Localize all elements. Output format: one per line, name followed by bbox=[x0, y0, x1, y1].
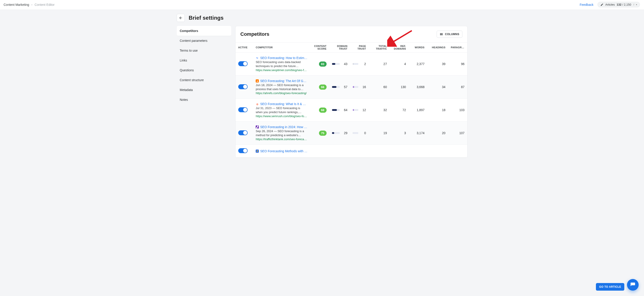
active-toggle[interactable] bbox=[238, 61, 248, 66]
ref-domains-value: 72 bbox=[390, 99, 409, 122]
competitor-title[interactable]: SEO Forecasting: What Is It & Why D… bbox=[260, 102, 307, 106]
active-toggle[interactable] bbox=[238, 84, 248, 89]
competitor-snippet: Jun 18, 2024 — SEO forecasting is a proc… bbox=[256, 83, 307, 91]
competitor-title[interactable]: SEO Forecasting: How to Estimate Or… bbox=[260, 56, 307, 60]
page-trust-bar bbox=[353, 109, 358, 111]
page-trust-value: 16 bbox=[360, 85, 366, 89]
table-header-row: ACTIVE COMPETITOR CONTENTSCORE DOMAINTRU… bbox=[236, 42, 467, 52]
page-trust-bar bbox=[353, 63, 358, 65]
articles-label: Articles bbox=[605, 3, 615, 6]
col-total-traffic[interactable]: TOTALTRAFFIC bbox=[369, 42, 390, 52]
ref-domains-value: 130 bbox=[390, 76, 409, 99]
headings-value bbox=[427, 145, 448, 158]
sidebar: CompetitorsContent parametersTerms to us… bbox=[177, 26, 231, 105]
col-paragraphs[interactable]: PARAGRAP… bbox=[448, 42, 467, 52]
content-score-badge: 66 bbox=[319, 84, 326, 90]
chat-fab[interactable] bbox=[627, 279, 639, 291]
back-button[interactable] bbox=[177, 14, 185, 22]
words-value: 3,668 bbox=[409, 76, 427, 99]
competitor-snippet: Sep 26, 2024 — SEO forecasting is a meth… bbox=[256, 129, 307, 137]
domain-trust-bar bbox=[332, 132, 340, 134]
feedback-link[interactable]: Feedback bbox=[580, 3, 593, 6]
table-row: ▞SEO Forecasting in 2024: How to Unl…Sep… bbox=[236, 122, 467, 145]
col-competitor[interactable]: COMPETITOR bbox=[253, 42, 310, 52]
domain-trust-bar bbox=[332, 109, 340, 111]
pencil-icon bbox=[600, 3, 604, 6]
active-toggle[interactable] bbox=[238, 148, 248, 153]
semrush-icon: ◎ bbox=[256, 102, 259, 105]
headings-value: 39 bbox=[427, 52, 448, 76]
competitor-url[interactable]: https://www.seoptimer.com/blog/seo-f… bbox=[256, 68, 307, 72]
headings-value: 20 bbox=[427, 122, 448, 145]
content-score-badge: 83 bbox=[319, 61, 326, 67]
competitor-url[interactable]: https://www.semrush.com/blog/seo-for… bbox=[256, 114, 307, 118]
words-value: 1,897 bbox=[409, 99, 427, 122]
ref-domains-value: 3 bbox=[390, 122, 409, 145]
sidebar-item-content-structure[interactable]: Content structure bbox=[177, 75, 231, 85]
content-score-badge: 75 bbox=[319, 131, 326, 136]
sidebar-item-competitors[interactable]: Competitors bbox=[177, 26, 231, 36]
col-headings[interactable]: HEADINGS bbox=[427, 42, 448, 52]
table-row: ◎SEO Forecasting: What Is It & Why D…Jul… bbox=[236, 99, 467, 122]
page-title: Brief settings bbox=[189, 15, 224, 21]
sidebar-item-terms-to-use[interactable]: Terms to use bbox=[177, 46, 231, 55]
col-active[interactable]: ACTIVE bbox=[236, 42, 253, 52]
words-value bbox=[409, 145, 427, 158]
competitor-title[interactable]: SEO Forecasting in 2024: How to Unl… bbox=[260, 125, 307, 129]
sidebar-item-notes[interactable]: Notes bbox=[177, 95, 231, 105]
competitor-title[interactable]: SEO Forecasting Methods with Exam… bbox=[260, 149, 307, 153]
articles-total: 2,150 bbox=[624, 3, 631, 6]
generic-icon: ⚡ bbox=[256, 150, 259, 153]
col-ref-domains[interactable]: REF.DOMAINS bbox=[390, 42, 409, 52]
total-traffic-value: 19 bbox=[369, 122, 390, 145]
page-trust-value: 0 bbox=[360, 131, 366, 135]
seoptimer-icon: ↻ bbox=[256, 56, 259, 59]
page-trust-bar bbox=[353, 86, 358, 88]
ttt-icon: ▞ bbox=[256, 125, 259, 129]
columns-button[interactable]: COLUMNS bbox=[437, 31, 462, 38]
active-toggle[interactable] bbox=[238, 107, 248, 112]
total-traffic-value: 32 bbox=[369, 99, 390, 122]
chevron-right-icon: › bbox=[31, 3, 32, 6]
competitor-url[interactable]: https://trafficthinktank.com/seo-foreca… bbox=[256, 137, 307, 141]
active-toggle[interactable] bbox=[238, 130, 248, 135]
breadcrumb: Content Marketing › Content Editor bbox=[4, 3, 54, 6]
columns-button-label: COLUMNS bbox=[445, 33, 459, 36]
articles-quota-pill[interactable]: Articles 132 / 2,150 i ▾ bbox=[598, 2, 640, 7]
domain-trust-value: 29 bbox=[342, 131, 348, 135]
go-to-article-button[interactable]: GO TO ARTICLE bbox=[596, 283, 624, 291]
sidebar-item-content-parameters[interactable]: Content parameters bbox=[177, 36, 231, 46]
competitor-title[interactable]: SEO Forecasting: The Art Of Getting … bbox=[260, 79, 307, 83]
paragraphs-value: 87 bbox=[448, 76, 467, 99]
total-traffic-value bbox=[369, 145, 390, 158]
headings-value: 18 bbox=[427, 99, 448, 122]
breadcrumb-secondary[interactable]: Content Editor bbox=[34, 3, 54, 6]
page-trust-bar bbox=[353, 132, 358, 134]
sidebar-item-links[interactable]: Links bbox=[177, 55, 231, 65]
competitors-table: ACTIVE COMPETITOR CONTENTSCORE DOMAINTRU… bbox=[236, 42, 467, 158]
columns-icon bbox=[440, 33, 443, 36]
content-score-badge: 68 bbox=[319, 108, 326, 113]
page-header: Brief settings bbox=[177, 13, 468, 26]
domain-trust-value: 57 bbox=[342, 85, 348, 89]
paragraphs-value: 107 bbox=[448, 122, 467, 145]
sidebar-item-metadata[interactable]: Metadata bbox=[177, 85, 231, 95]
chat-icon bbox=[630, 282, 636, 288]
paragraphs-value: 103 bbox=[448, 99, 467, 122]
col-words[interactable]: WORDS bbox=[409, 42, 427, 52]
table-row: aSEO Forecasting: The Art Of Getting …Ju… bbox=[236, 76, 467, 99]
col-domain-trust[interactable]: DOMAINTRUST bbox=[329, 42, 350, 52]
domain-trust-value: 43 bbox=[342, 62, 348, 66]
col-page-trust[interactable]: PAGETRUST bbox=[350, 42, 369, 52]
articles-count: 132 bbox=[617, 3, 622, 6]
col-content-score[interactable]: CONTENTSCORE bbox=[310, 42, 329, 52]
breadcrumb-primary[interactable]: Content Marketing bbox=[4, 3, 29, 6]
domain-trust-bar bbox=[332, 86, 340, 88]
sidebar-item-questions[interactable]: Questions bbox=[177, 65, 231, 75]
page-trust-value: 12 bbox=[360, 108, 366, 112]
topbar-right: Feedback Articles 132 / 2,150 i ▾ bbox=[580, 2, 640, 7]
table-row: ⚡SEO Forecasting Methods with Exam… bbox=[236, 145, 467, 158]
competitor-url[interactable]: https://ahrefs.com/blog/seo-forecasting/ bbox=[256, 91, 307, 95]
arrow-left-icon bbox=[179, 16, 183, 20]
table-row: ↻SEO Forecasting: How to Estimate Or…SEO… bbox=[236, 52, 467, 76]
